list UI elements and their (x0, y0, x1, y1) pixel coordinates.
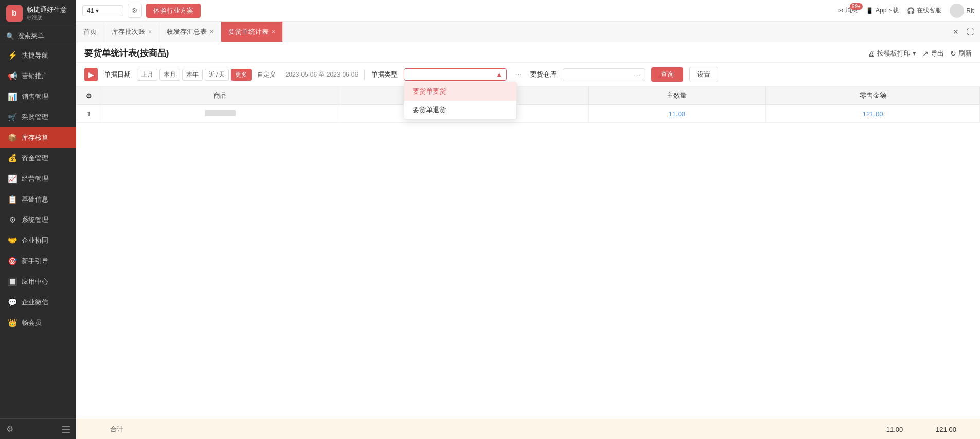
cell-seq: 1 (76, 105, 102, 123)
date-btn-last-month[interactable]: 上月 (137, 69, 157, 81)
sales-icon: 📊 (7, 92, 17, 102)
sidebar-label-purchase: 采购管理 (22, 113, 48, 122)
export-action[interactable]: ↗ 导出 (922, 49, 944, 58)
tab-order-summary[interactable]: 要货单统计表 × (221, 22, 283, 42)
table-row: 1 块 11.00 121.00 (76, 105, 980, 123)
dropdown-item-order-delivery[interactable]: 要货单要货 (404, 82, 516, 101)
sidebar-label-wechat: 企业微信 (22, 298, 48, 307)
warehouse-filter-select[interactable]: ⋯ (563, 68, 645, 81)
sidebar: b 畅捷通好生意 标准版 🔍 搜索菜单 ⚡ 快捷导航 📢 营销推广 📊 销售管理… (0, 0, 76, 439)
table-settings-icon[interactable]: ⚙ (86, 92, 92, 100)
purchase-icon: 🛒 (7, 112, 17, 122)
date-custom-btn[interactable]: 自定义 (254, 69, 279, 80)
sidebar-label-marketing: 营销推广 (22, 71, 48, 81)
sidebar-item-sales[interactable]: 📊 销售管理 (0, 86, 76, 107)
type-filter-select[interactable]: ▲ (404, 68, 507, 81)
main-content: 41 ▾ ⚙ 体验行业方案 ✉ 消息 99+ 📱 App下载 🎧 在线客服 (76, 0, 980, 439)
tab-home[interactable]: 首页 (76, 22, 104, 42)
sidebar-item-finance[interactable]: 💰 资金管理 (0, 148, 76, 169)
cell-quantity: 11.00 (588, 105, 766, 123)
tab-order-summary-label: 要货单统计表 (228, 27, 269, 36)
tab-close-all-button[interactable]: ✕ (950, 26, 961, 38)
sidebar-item-basic[interactable]: 📋 基础信息 (0, 189, 76, 210)
print-action[interactable]: 🖨 按模板打印 ▾ (868, 49, 916, 58)
refresh-icon: ↻ (950, 49, 956, 58)
sidebar-item-wechat[interactable]: 💬 企业微信 (0, 292, 76, 313)
message-icon: ✉ (838, 7, 843, 14)
tab-maximize-button[interactable]: ⛶ (965, 26, 976, 38)
export-label: 导出 (931, 49, 944, 58)
dropdown-item-order-return[interactable]: 要货单退货 (404, 101, 516, 119)
sidebar-item-purchase[interactable]: 🛒 采购管理 (0, 107, 76, 127)
type-filter-arrow-icon: ▲ (496, 71, 502, 78)
store-selector[interactable]: 41 ▾ (82, 5, 123, 16)
app-download-item[interactable]: 📱 App下载 (866, 6, 899, 15)
sidebar-item-enterprise[interactable]: 🤝 企业协同 (0, 230, 76, 251)
sidebar-item-marketing[interactable]: 📢 营销推广 (0, 66, 76, 86)
settings-icon[interactable]: ⚙ (6, 424, 13, 434)
sidebar-item-apps[interactable]: 🔲 应用中心 (0, 271, 76, 292)
operations-icon: 📈 (7, 174, 17, 184)
col-settings[interactable]: ⚙ (76, 87, 102, 105)
warehouse-filter-dots-icon: ⋯ (634, 71, 640, 79)
store-number: 41 (87, 7, 94, 14)
col-quantity: 主数量 (588, 87, 766, 105)
date-btn-this-year[interactable]: 本年 (182, 69, 203, 81)
trial-button[interactable]: 体验行业方案 (146, 4, 201, 18)
filter-separator-1 (364, 69, 365, 80)
header-settings-button[interactable]: ⚙ (128, 4, 142, 18)
print-chevron-icon: ▾ (913, 49, 916, 57)
sidebar-item-guide[interactable]: 🎯 新手引导 (0, 251, 76, 271)
top-left: 41 ▾ ⚙ 体验行业方案 (82, 4, 201, 18)
print-icon: 🖨 (868, 49, 875, 58)
top-right: ✉ 消息 99+ 📱 App下载 🎧 在线客服 Rit (838, 4, 974, 18)
filter-more-fields-icon[interactable]: ··· (513, 70, 524, 79)
col-product-label: 商品 (213, 92, 227, 99)
sidebar-collapse-button[interactable] (62, 426, 70, 433)
sidebar-item-operations[interactable]: 📈 经营管理 (0, 169, 76, 189)
messages-badge: 99+ (850, 3, 863, 10)
search-icon: 🔍 (6, 32, 14, 40)
type-filter-label: 单据类型 (371, 70, 398, 79)
tab-order-summary-close[interactable]: × (272, 28, 275, 35)
phone-icon: 📱 (866, 7, 874, 14)
tab-inventory-batch[interactable]: 库存批次账 × (104, 22, 159, 42)
sidebar-item-member[interactable]: 👑 畅会员 (0, 313, 76, 333)
sidebar-item-inventory[interactable]: 📦 库存核算 (0, 127, 76, 148)
sidebar-bottom: ⚙ (0, 418, 76, 439)
date-btn-last-7-days[interactable]: 近7天 (205, 69, 229, 81)
table-body: 1 块 11.00 121.00 (76, 105, 980, 123)
enterprise-icon: 🤝 (7, 235, 17, 246)
product-placeholder (205, 110, 236, 116)
finance-icon: 💰 (7, 153, 17, 163)
date-btn-this-month[interactable]: 本月 (159, 69, 180, 81)
type-dropdown: 要货单要货 要货单退货 (404, 82, 517, 120)
query-button[interactable]: 查询 (651, 67, 683, 82)
sidebar-search[interactable]: 🔍 搜索菜单 (0, 27, 76, 45)
messages-item[interactable]: ✉ 消息 99+ (838, 6, 858, 15)
shortcuts-icon: ⚡ (7, 50, 17, 61)
filter-expand-button[interactable]: ▶ (84, 68, 98, 81)
sidebar-label-shortcuts: 快捷导航 (22, 51, 48, 60)
footer-amount: 121.00 (920, 426, 972, 433)
set-button[interactable]: 设置 (689, 67, 718, 82)
apps-icon: 🔲 (7, 277, 17, 287)
sidebar-label-apps: 应用中心 (22, 277, 48, 286)
date-btn-more[interactable]: 更多 (231, 69, 252, 81)
online-service-item[interactable]: 🎧 在线客服 (907, 6, 941, 15)
tab-receive-summary-close[interactable]: × (210, 28, 213, 35)
tab-receive-summary[interactable]: 收发存汇总表 × (159, 22, 221, 42)
top-header: 41 ▾ ⚙ 体验行业方案 ✉ 消息 99+ 📱 App下载 🎧 在线客服 (76, 0, 980, 22)
data-table-container: ⚙ 商品 主计量单位 主数量 零售金额 (76, 87, 980, 419)
sidebar-item-shortcuts[interactable]: ⚡ 快捷导航 (0, 45, 76, 66)
refresh-action[interactable]: ↻ 刷新 (950, 49, 972, 58)
sidebar-label-member: 畅会员 (22, 318, 42, 327)
sidebar-label-operations: 经营管理 (22, 174, 48, 184)
logo-version: 标准版 (27, 14, 67, 21)
user-profile[interactable]: Rit (950, 4, 974, 18)
tab-inventory-batch-close[interactable]: × (148, 28, 152, 35)
marketing-icon: 📢 (7, 71, 17, 81)
table-footer: 合计 11.00 121.00 (76, 419, 980, 439)
sidebar-label-basic: 基础信息 (22, 195, 48, 204)
sidebar-item-system[interactable]: ⚙ 系统管理 (0, 210, 76, 230)
